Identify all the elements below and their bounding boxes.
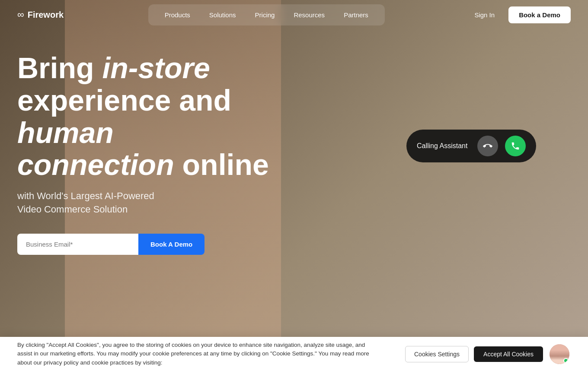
hero-section: ∞ Firework Products Solutions Pricing Re… <box>0 0 588 337</box>
cookies-settings-button[interactable]: Cookies Settings <box>405 346 469 362</box>
accept-all-cookies-button[interactable]: Accept All Cookies <box>474 346 543 362</box>
book-demo-form-button[interactable]: Book A Demo <box>138 234 205 255</box>
nav-item-pricing[interactable]: Pricing <box>247 8 283 22</box>
nav-center: Products Solutions Pricing Resources Par… <box>148 4 385 25</box>
hero-content: Bring in-store experience and human conn… <box>17 52 320 255</box>
hero-title: Bring in-store experience and human conn… <box>17 52 320 181</box>
avatar-online-indicator <box>563 358 569 363</box>
hero-subtitle: with World's Largest AI-Powered Video Co… <box>17 190 320 216</box>
email-input[interactable] <box>17 234 138 255</box>
nav-item-partners[interactable]: Partners <box>336 8 376 22</box>
calling-label: Calling Assistant <box>417 142 470 150</box>
avatar <box>548 343 571 365</box>
logo[interactable]: ∞ Firework <box>17 9 64 20</box>
accept-call-button[interactable] <box>505 136 526 156</box>
nav-item-products[interactable]: Products <box>157 8 198 22</box>
cookie-text: By clicking "Accept All Cookies", you ag… <box>17 341 372 367</box>
hero-form: Book A Demo <box>17 234 320 255</box>
decline-call-button[interactable] <box>477 136 498 156</box>
nav-right: Sign In Book a Demo <box>469 6 571 23</box>
logo-icon: ∞ <box>17 9 24 20</box>
nav-item-resources[interactable]: Resources <box>286 8 332 22</box>
sign-in-button[interactable]: Sign In <box>469 8 500 22</box>
nav-item-solutions[interactable]: Solutions <box>201 8 244 22</box>
navbar: ∞ Firework Products Solutions Pricing Re… <box>0 0 588 29</box>
calling-assistant-ui: Calling Assistant <box>406 130 536 162</box>
logo-text: Firework <box>28 10 64 20</box>
cookie-buttons: Cookies Settings Accept All Cookies <box>405 343 571 365</box>
book-demo-nav-button[interactable]: Book a Demo <box>508 6 571 23</box>
cookie-banner: By clicking "Accept All Cookies", you ag… <box>0 337 588 371</box>
